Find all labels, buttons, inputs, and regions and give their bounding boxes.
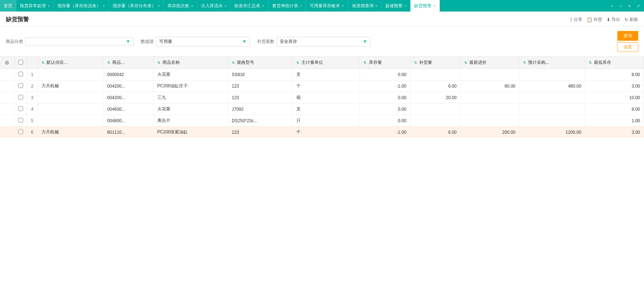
row-checkbox-cell[interactable] <box>14 127 27 138</box>
tab-inout-flow[interactable]: 出入库流水 × <box>197 0 231 12</box>
row-product-name: 火花塞 <box>153 69 228 80</box>
close-tab-batch[interactable]: × <box>191 4 193 8</box>
table-row: 5 004800... 离合片 DS250*23c... 只 0.00 1.00 <box>0 115 644 127</box>
tab-overstock-warning[interactable]: 超储预警 × <box>382 0 410 12</box>
row-checkbox[interactable] <box>18 83 23 88</box>
close-tab-picking[interactable]: × <box>48 4 50 8</box>
query-button[interactable]: 查询 <box>617 31 638 41</box>
row-checkbox[interactable] <box>18 106 23 111</box>
close-tab-receipt[interactable]: × <box>262 4 264 8</box>
replenish-icon: 📋 <box>587 17 592 22</box>
row-replenish-qty: 6.00 <box>410 127 460 138</box>
row-latest-price <box>461 103 519 115</box>
row-checkbox-cell[interactable] <box>14 103 27 115</box>
settings-column-header[interactable]: ⚙ <box>0 57 14 69</box>
row-estimated-purchase <box>519 115 585 127</box>
nav-expand-button[interactable]: ⤢ <box>634 1 643 10</box>
row-index: 6 <box>27 127 38 138</box>
row-supplier: 力天机械 <box>38 80 103 92</box>
tab-inventory-status[interactable]: 现存量（库存状况表） × <box>54 0 109 12</box>
row-spec: 123 <box>228 92 293 103</box>
replenish-select-value: 安全库存 <box>280 39 297 45</box>
row-checkbox-cell[interactable] <box>14 80 27 92</box>
row-index: 4 <box>27 103 38 115</box>
product-name-sort-icon: ⇅ <box>157 61 160 65</box>
row-checkbox-cell[interactable] <box>14 115 27 127</box>
tab-requisition-stats[interactable]: 要货单统计表 × <box>269 0 306 12</box>
spec-column-header[interactable]: ⇅ 规格型号 <box>228 57 293 69</box>
row-index: 2 <box>27 80 38 92</box>
close-tab-shortage[interactable]: × <box>433 4 435 8</box>
stock-qty-column-header[interactable]: ⇅ 库存量 <box>360 57 410 69</box>
close-tab-overstock[interactable]: × <box>404 4 406 8</box>
tab-inventory-dist[interactable]: 现存量（库存分布表） × <box>109 0 164 12</box>
spec-sort-icon: ⇅ <box>232 61 235 65</box>
main-content: 缺货预警 ⤴ 分享 📋 补货 ⬇ 导出 ↻ 刷新 商品分类 <box>0 12 644 287</box>
close-tab-avail[interactable]: × <box>342 4 344 8</box>
row-product-code: 801110... <box>103 127 153 138</box>
tab-receipt-summary[interactable]: 收发存汇总表 × <box>231 0 268 12</box>
nav-next-button[interactable]: › <box>617 1 625 10</box>
replenish-qty-column-header[interactable]: ⇅ 补货量 <box>410 57 460 69</box>
estimated-purchase-column-header[interactable]: ⇅ 预计采购... <box>519 57 585 69</box>
page-header: 缺货预警 ⤴ 分享 📋 补货 ⬇ 导出 ↻ 刷新 <box>0 12 644 27</box>
table-row: 4 004600... 火花塞 J7092 支 0.00 8.00 <box>0 103 644 115</box>
tab-available-ledger[interactable]: 可用量库存账本 × <box>306 0 348 12</box>
supplier-column-header[interactable]: ⇅ 默认供应... <box>38 57 103 69</box>
row-product-name: 火花塞 <box>153 103 228 115</box>
share-button[interactable]: ⤴ 分享 <box>570 17 582 23</box>
supplier-column-label: 默认供应... <box>47 60 68 65</box>
min-stock-column-header[interactable]: ⇅ 最低库存 <box>585 57 644 69</box>
nav-prev-button[interactable]: ‹ <box>608 1 617 10</box>
select-all-header[interactable] <box>14 57 27 69</box>
tab-picking-exception[interactable]: 拣货异常处理 × <box>16 0 54 12</box>
row-unit: 支 <box>293 69 360 80</box>
close-tab-req[interactable]: × <box>300 4 302 8</box>
close-tab-inv-dist[interactable]: × <box>158 4 160 8</box>
row-checkbox[interactable] <box>18 72 23 76</box>
close-tab-expiry[interactable]: × <box>375 4 378 8</box>
row-supplier <box>38 92 103 103</box>
row-supplier <box>38 115 103 127</box>
top-navigation: 首页 拣货异常处理 × 现存量（库存状况表） × 现存量（库存分布表） × 库存… <box>0 0 644 12</box>
unit-column-header[interactable]: ⇅ 主计量单位 <box>293 57 360 69</box>
category-select[interactable]: ▼ <box>25 37 134 46</box>
tab-batch-account[interactable]: 库存批次账 × <box>164 0 197 12</box>
tab-home[interactable]: 首页 <box>0 0 16 12</box>
row-checkbox[interactable] <box>18 129 23 134</box>
gear-icon[interactable]: ⚙ <box>5 60 9 66</box>
stock-sort-icon: ⇅ <box>364 61 366 65</box>
tab-expiry-query[interactable]: 保质期查询 × <box>348 0 382 12</box>
replenish-button[interactable]: 📋 补货 <box>587 17 602 23</box>
latest-price-sort-icon: ⇅ <box>464 61 467 65</box>
select-all-checkbox[interactable] <box>18 60 23 65</box>
row-checkbox-cell[interactable] <box>14 92 27 103</box>
datasource-select[interactable]: 可用量 ▼ <box>156 37 250 47</box>
latest-price-column-header[interactable]: ⇅ 最新进价 <box>461 57 519 69</box>
product-name-column-label: 商品名称 <box>162 60 180 65</box>
table-header: ⚙ ⇅ 默认供应... ⇅ 商品... ⇅ <box>0 57 644 69</box>
row-product-name: 三九 <box>153 92 228 103</box>
replenish-filter-group: 补货基数 安全库存 ▼ <box>257 37 370 47</box>
product-code-column-header[interactable]: ⇅ 商品... <box>103 57 153 69</box>
row-checkbox[interactable] <box>18 118 23 123</box>
row-min-stock: 1.00 <box>585 115 644 127</box>
replenish-chevron-icon: ▼ <box>363 39 367 44</box>
row-checkbox[interactable] <box>18 95 23 100</box>
close-tab-flow[interactable]: × <box>225 4 227 8</box>
row-index: 5 <box>27 115 38 127</box>
close-tab-inv-status[interactable]: × <box>103 4 105 8</box>
row-unit: 支 <box>293 103 360 115</box>
tab-shortage-warning[interactable]: 缺货预警 × <box>410 0 439 12</box>
nav-close-button[interactable]: × <box>625 1 634 10</box>
refresh-button[interactable]: ↻ 刷新 <box>625 17 638 23</box>
row-spec: SS816 <box>228 69 293 80</box>
product-name-column-header[interactable]: ⇅ 商品名称 <box>153 57 228 69</box>
row-checkbox-cell[interactable] <box>14 69 27 80</box>
row-spec: DS250*23c... <box>228 115 293 127</box>
row-stock-qty: 0.00 <box>360 92 410 103</box>
datasource-chevron-icon: ▼ <box>242 39 247 44</box>
export-button[interactable]: ⬇ 导出 <box>606 17 620 23</box>
setting-button[interactable]: 设置 <box>617 42 638 52</box>
replenish-select[interactable]: 安全库存 ▼ <box>277 37 370 47</box>
